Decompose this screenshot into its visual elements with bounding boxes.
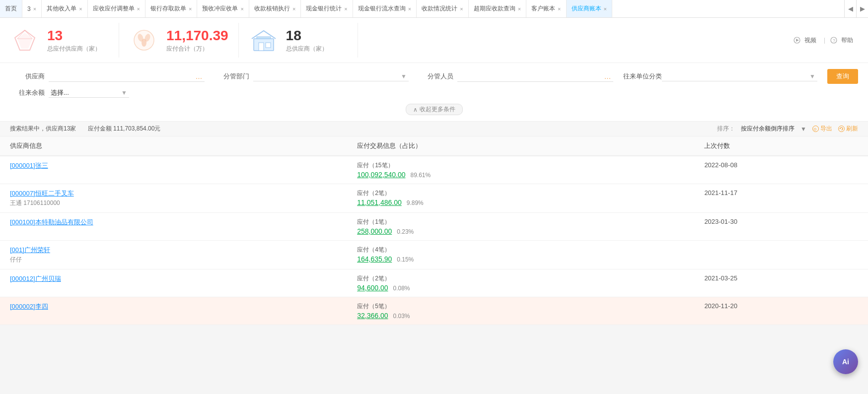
nav-customer-book[interactable]: 客户账本 × [526, 0, 566, 17]
last-pay-cell: 2020-11-20 [694, 297, 868, 325]
trade-amount[interactable]: 258,000.00 [357, 227, 392, 235]
category-arrow-icon[interactable]: ▼ [809, 73, 815, 80]
supplier-cell: [000100]本特勒油品有限公司 [0, 213, 347, 241]
nav-tab3-close[interactable]: × [33, 6, 36, 12]
dept-select[interactable] [255, 72, 401, 80]
header-divider: | [824, 37, 825, 44]
query-button[interactable]: 查询 [827, 69, 858, 84]
last-pay-date: 2020-11-20 [704, 302, 737, 310]
nav-supplier-book[interactable]: 供应商账本 × [567, 0, 612, 17]
category-label: 往来单位分类 [623, 72, 658, 81]
nav-receipt-exec[interactable]: 收款核销执行 × [249, 0, 301, 17]
nav-home[interactable]: 首页 [0, 0, 22, 17]
trade-label: 应付（2笔） [357, 189, 684, 197]
collapse-bar: ∧ 收起更多条件 [10, 102, 858, 117]
last-pay-date: 2023-01-30 [704, 218, 737, 225]
stat2-num: 11,170.39 [166, 27, 228, 44]
person-field: 分管人员 … [419, 71, 613, 82]
nav-ar-ap-adjust[interactable]: 应收应付调整单 × [88, 0, 145, 17]
header-actions: 视频 | ? 帮助 [791, 36, 858, 45]
video-link[interactable]: 视频 [794, 36, 819, 45]
stat3-label: 总供应商（家） [286, 45, 328, 53]
stat2-info: 11,170.39 应付合计（万） [166, 27, 228, 54]
last-pay-cell: 2023-01-30 [694, 213, 868, 241]
nav-cash-bank-stat-close[interactable]: × [344, 6, 347, 12]
nav-cash-bank-flow-close[interactable]: × [408, 6, 411, 12]
supplier-picker-icon[interactable]: … [196, 72, 203, 80]
supplier-table: 供应商信息 应付交易信息（占比） 上次付数 [000001]张三应付（15笔）1… [0, 136, 868, 325]
balance-arrow-icon[interactable]: ▼ [121, 89, 127, 96]
trade-label: 应付（5笔） [357, 302, 684, 311]
stat2-label: 应付合计（万） [166, 45, 228, 53]
supplier-link[interactable]: [000002]李四 [10, 303, 48, 310]
supplier-link[interactable]: [000100]本特勒油品有限公司 [10, 218, 93, 226]
result-bar: 搜索结果中，供应商13家 应付金额 111,703,854.00元 排序： 按应… [0, 122, 868, 136]
trade-amount[interactable]: 32,366.00 [357, 312, 388, 320]
svg-text:?: ? [833, 38, 835, 43]
supplier-input[interactable] [51, 72, 196, 80]
table-row: [001]广州荣轩仔仔应付（4笔）164,635.900.15% [0, 241, 868, 269]
top-navigation: 首页 3 × 其他收入单 × 应收应付调整单 × 银行存取款单 × 预收冲应收单… [0, 0, 868, 18]
person-input[interactable] [459, 72, 604, 80]
help-link[interactable]: ? 帮助 [830, 36, 856, 45]
table-row: [000007]恒旺二手叉车王通 17106110000应付（2笔）11,051… [0, 184, 868, 213]
nav-other-income-close[interactable]: × [79, 6, 82, 12]
collapse-button[interactable]: ∧ 收起更多条件 [406, 104, 463, 115]
trade-amount[interactable]: 11,051,486.00 [357, 198, 402, 206]
sort-value[interactable]: 按应付余额倒序排序 [741, 125, 795, 133]
export-button[interactable]: ⊙ 导出 [812, 125, 832, 133]
trade-amount[interactable]: 164,635.90 [357, 255, 392, 263]
nav-receipt-stat[interactable]: 收款情况统计 × [417, 0, 468, 17]
supplier-sub: 王通 17106110000 [10, 199, 337, 207]
shop-icon [249, 25, 279, 55]
nav-cash-bank-flow[interactable]: 现金银行流水查询 × [353, 0, 417, 17]
balance-select[interactable]: 选择... [51, 89, 121, 96]
nav-customer-book-label: 客户账本 [531, 4, 555, 13]
nav-receipt-exec-close[interactable]: × [292, 6, 295, 12]
search-row-2: 往来余额 选择... ▼ [10, 88, 858, 98]
nav-customer-book-close[interactable]: × [558, 6, 561, 12]
stat-payable-amount: 11,170.39 应付合计（万） [129, 23, 239, 58]
trade-amount[interactable]: 94,600.00 [357, 284, 388, 292]
supplier-link[interactable]: [000001]张三 [10, 162, 48, 169]
nav-cash-bank-flow-label: 现金银行流水查询 [358, 4, 406, 13]
sort-arrow-icon[interactable]: ▼ [800, 126, 806, 132]
nav-supplier-book-close[interactable]: × [604, 6, 607, 12]
nav-arrow-right[interactable]: ▶ [856, 0, 868, 18]
nav-overdue-ar[interactable]: 超期应收款查询 × [469, 0, 526, 17]
nav-cash-bank-stat[interactable]: 现金银行统计 × [301, 0, 353, 17]
supplier-link[interactable]: [000012]广州贝瑞 [10, 275, 61, 282]
person-picker-icon[interactable]: … [604, 72, 611, 80]
help-icon: ? [830, 37, 837, 44]
last-pay-date: 2021-11-17 [704, 189, 737, 197]
nav-home-label: 首页 [5, 4, 17, 13]
trade-cell: 应付（4笔）164,635.900.15% [347, 241, 694, 269]
table-row: [000012]广州贝瑞应付（2笔）94,600.000.08%2021-03-… [0, 269, 868, 297]
dept-arrow-icon[interactable]: ▼ [401, 73, 407, 80]
nav-advance-offset-close[interactable]: × [240, 6, 243, 12]
nav-tab3[interactable]: 3 × [22, 0, 42, 17]
nav-bank-deposit-label: 银行存取款单 [150, 4, 186, 13]
trade-amount[interactable]: 100,092,540.00 [357, 171, 405, 179]
table-row: [000002]李四应付（5笔）32,366.000.03%2020-11-20 [0, 297, 868, 325]
export-icon: ⊙ [812, 126, 819, 132]
trade-cell: 应付（15笔）100,092,540.0089.61% [347, 156, 694, 184]
refresh-icon [838, 126, 845, 132]
nav-bank-deposit[interactable]: 银行存取款单 × [145, 0, 197, 17]
collapse-up-icon: ∧ [413, 106, 418, 113]
nav-ar-ap-adjust-label: 应收应付调整单 [93, 4, 135, 13]
refresh-button[interactable]: 刷新 [838, 125, 858, 133]
category-select[interactable] [664, 72, 810, 80]
search-row-1: 供应商 … 分管部门 ▼ 分管人员 … 往来单位分类 ▼ [10, 69, 858, 84]
supplier-link[interactable]: [000007]恒旺二手叉车 [10, 190, 74, 197]
nav-arrow-left[interactable]: ◀ [844, 0, 856, 18]
nav-advance-offset[interactable]: 预收冲应收单 × [197, 0, 249, 17]
stat-payable-suppliers: 13 总应付供应商（家） [10, 23, 119, 58]
nav-bank-deposit-close[interactable]: × [189, 6, 192, 12]
supplier-link[interactable]: [001]广州荣轩 [10, 246, 50, 254]
trade-pct: 0.08% [393, 285, 410, 292]
nav-ar-ap-adjust-close[interactable]: × [137, 6, 140, 12]
nav-overdue-ar-close[interactable]: × [518, 6, 521, 12]
nav-receipt-stat-close[interactable]: × [460, 6, 463, 12]
nav-other-income[interactable]: 其他收入单 × [42, 0, 87, 17]
